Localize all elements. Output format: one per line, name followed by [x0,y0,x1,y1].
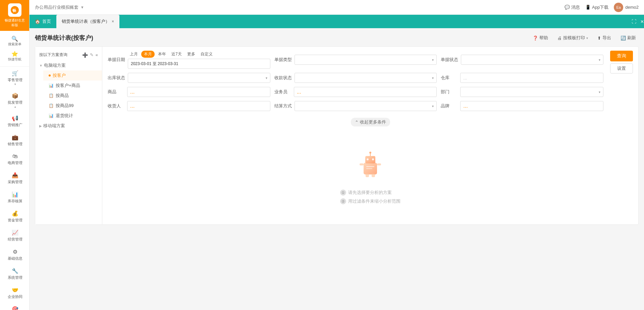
avatar-text: Ea [616,5,621,9]
tab-close-window-btn[interactable]: ✕ [640,19,644,24]
operations-label: 经营管理 [8,237,22,242]
goods-dots-btn[interactable]: ... [130,89,135,95]
settlement-input[interactable]: ▾ [294,101,437,111]
group-expand-icon: ▼ [39,64,43,67]
date-tab-last-month[interactable]: 上月 [128,51,140,58]
filter-field-doc-type: 单据类型 ▾ [274,55,437,65]
scheme-item-by-customer-goods[interactable]: 📊 按客户+商品 [43,81,102,91]
scheme-group-desktop-header[interactable]: ▼ 电脑端方案 [35,60,102,70]
tab-close-icon[interactable]: × [112,19,114,24]
sidebar-item-finance[interactable]: 💰 资金管理 [0,207,29,226]
scheme-group-mobile-header[interactable]: ▶ 移动端方案 [35,121,102,131]
export-btn[interactable]: ⬆ 导出 [595,34,614,42]
salesperson-dots-btn[interactable]: ... [297,89,301,95]
dept-input[interactable]: ▾ [460,87,603,97]
wholesale-arrow: ▴ [14,105,16,108]
help-btn[interactable]: ❓ 帮助 [530,34,551,42]
doc-status-input[interactable]: ▾ [461,55,603,65]
query-btn[interactable]: 查询 [610,51,633,61]
scheme-item-by-goods99[interactable]: 📋 按商品99 [43,101,102,111]
sales-label: 销售管理 [8,142,22,147]
add-scheme-icon[interactable]: ➕ [82,52,88,58]
sidebar-item-newbie[interactable]: 🎯 新手引导 [0,303,29,310]
quick-nav-item[interactable]: ⭐ 快捷导航 [0,49,29,64]
sidebar-item-sales[interactable]: 💼 销售管理 [0,131,29,150]
user-menu-btn[interactable]: Ea demo2 [614,3,639,12]
goods-label: 商品 [108,89,124,95]
sidebar-item-inventory[interactable]: 📊 库存核算 [0,188,29,207]
salesperson-input[interactable]: ... [294,87,437,97]
search-menu-item[interactable]: 🔍 搜索菜单 [0,34,29,49]
filter-row-3: 商品 ... 业务员 ... [108,87,603,97]
sidebar-item-marketing[interactable]: 📢 营销推广 [0,112,29,131]
date-tab-more[interactable]: 更多 [185,51,197,58]
filter-field-out-status: 出库状态 ▾ [108,73,270,83]
message-btn[interactable]: 💬 消息 [565,4,580,10]
sidebar-item-operations[interactable]: 📈 经营管理 [0,226,29,245]
scheme-item-by-goods[interactable]: 📋 按商品 [43,91,102,101]
basic-label: 基础信息 [8,256,22,261]
download-icon: 📱 [585,5,591,10]
doc-type-input[interactable]: ▾ [294,55,437,65]
payment-status-input[interactable]: ▾ [294,73,437,83]
sidebar-item-cooperation[interactable]: 🤝 企业协同 [0,283,29,303]
sidebar-item-purchase[interactable]: 📥 采购管理 [0,169,29,188]
scheme-item-by-customer[interactable]: 按客户 [43,70,102,81]
tab-home[interactable]: 🏠 首页 [30,15,56,28]
date-range-input[interactable]: 2023-03-01 至 2023-03-31 [128,59,270,69]
chevron-up-icon: ⌃ [355,120,359,125]
filter-field-settlement: 结算方式 ▾ [274,101,437,111]
tab-maximize-btn[interactable]: ⛶ [632,18,636,24]
message-label: 消息 [571,4,580,10]
collapse-panel-icon[interactable]: « [96,52,98,57]
sidebar-item-retail[interactable]: 🛒 零售管理 ▾ [0,67,29,89]
retail-arrow: ▾ [14,83,16,86]
date-tab-custom[interactable]: 自定义 [199,51,215,58]
app-download-btn[interactable]: 📱 App下载 [585,4,608,10]
out-status-input[interactable]: ▾ [128,73,270,83]
scheme-item-returns[interactable]: 📊 退货统计 [43,111,102,121]
filter-field-doc-status: 单据状态 ▾ [441,55,603,65]
logo-sub: 标版 [11,23,18,28]
sidebar-item-basic[interactable]: ⚙ 基础信息 [0,245,29,264]
date-wrapper: 上月 本月 本年 近7天 更多 自定义 [128,51,270,69]
refresh-btn[interactable]: 🔄 刷新 [618,34,639,42]
collapse-more-btn[interactable]: ⌃ 收起更多条件 [351,118,390,126]
settings-btn[interactable]: 设置 [610,63,633,73]
logo-text: 畅捷通好生意 [5,18,25,23]
receiver-input[interactable]: ... [127,101,270,111]
salesperson-label: 业务员 [274,89,291,95]
empty-tip-2: ② 用过滤条件来缩小分析范围 [340,198,400,204]
scheme-item-by-goods99-label: 按商品99 [56,103,73,109]
brand-label: 品牌 [441,103,458,109]
sidebar-item-ecommerce[interactable]: 🛍 电商管理 [0,150,29,169]
brand-input[interactable]: ... [460,101,603,111]
date-tab-7days[interactable]: 近7天 [169,51,184,58]
app-logo[interactable]: 畅 畅捷通好生意 标版 [0,0,29,31]
date-tab-this-year[interactable]: 本年 [156,51,168,58]
tab-sales-report[interactable]: 销货单统计表（按客户） × [56,15,119,28]
quick-nav-label: 快捷导航 [8,57,21,62]
date-tab-this-month[interactable]: 本月 [141,51,155,58]
svg-rect-10 [366,174,369,177]
payment-status-label: 收款状态 [274,75,292,81]
print-btn[interactable]: 🖨 按模板打印 ▾ [555,34,591,42]
panel-actions: ➕ ✎ « [82,52,98,58]
receiver-dots-btn[interactable]: ... [130,103,135,109]
receiver-label: 收货人 [108,103,124,109]
retail-label: 零售管理 [8,78,22,83]
sidebar-item-system[interactable]: 🔧 系统管理 [0,264,29,283]
help-icon: ❓ [533,36,538,41]
warehouse-input[interactable]: ... [460,73,603,83]
topbar-left: 办公用品行业模拟账套 ▾ [35,4,84,10]
goods-input[interactable]: ... [127,87,270,97]
sidebar-item-wholesale[interactable]: 📦 批发管理 ▴ [0,89,29,112]
brand-dots-btn[interactable]: ... [463,103,468,109]
tab-home-label: 首页 [42,18,51,24]
group-expand-icon-mobile: ▶ [39,124,42,128]
svg-rect-13 [366,168,372,169]
warehouse-placeholder: ... [463,75,467,81]
edit-scheme-icon[interactable]: ✎ [90,52,94,57]
doc-type-dropdown-icon: ▾ [432,58,434,62]
industry-dropdown-icon[interactable]: ▾ [81,5,84,10]
